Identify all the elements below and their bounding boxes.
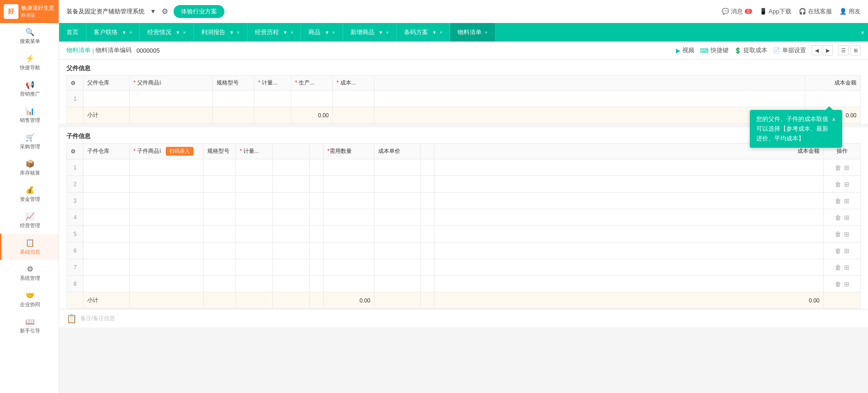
child-qty-cell-6[interactable] (324, 242, 374, 259)
child-spec-cell-7[interactable] (204, 259, 236, 276)
tab-products[interactable]: 商品 ▼ × (301, 23, 343, 42)
tab-bom-close[interactable]: × (484, 30, 487, 35)
child-amount-cell-2[interactable] (434, 176, 824, 193)
copy-icon-5[interactable]: ⊞ (844, 230, 850, 238)
child-unit-cost-cell-4[interactable] (374, 209, 421, 226)
parent-prod-cell[interactable] (291, 91, 333, 107)
tab-products-close[interactable]: × (332, 30, 335, 35)
nav-prev-btn[interactable]: ◀ (812, 45, 822, 55)
child-warehouse-cell-4[interactable] (84, 209, 130, 226)
action-cost[interactable]: 💲 提取成本 (734, 46, 767, 54)
list-view-btn[interactable]: ☰ (838, 45, 849, 55)
child-unit-cell-8[interactable] (236, 276, 273, 292)
child-spec-cell-8[interactable] (204, 276, 236, 292)
parent-product-cell[interactable] (130, 91, 213, 107)
child-unit-cost-cell-2[interactable] (374, 176, 421, 193)
sidebar-item-sales[interactable]: 📊 销售管理 (0, 102, 59, 128)
tab-barcode[interactable]: 条码方案 ▼ × (397, 23, 450, 42)
tab-profit[interactable]: 利润报告 ▼ × (194, 23, 247, 42)
action-shortcut[interactable]: ⌨ 快捷键 (700, 46, 729, 54)
delete-icon-4[interactable]: 🗑 (835, 214, 841, 221)
messages-action[interactable]: 💬 消息 6 (722, 7, 752, 16)
action-settings[interactable]: 📄 单据设置 (773, 46, 806, 54)
sidebar-item-basic-info[interactable]: 📋 基础信息 (0, 234, 59, 260)
action-video[interactable]: ▶ 视频 (676, 46, 694, 54)
child-amount-cell-4[interactable] (434, 209, 824, 226)
child-amount-cell-5[interactable] (434, 226, 824, 242)
child-warehouse-cell-7[interactable] (84, 259, 130, 276)
child-spec-cell-5[interactable] (204, 226, 236, 242)
grid-view-btn[interactable]: ⊞ (850, 45, 861, 55)
child-warehouse-cell-6[interactable] (84, 242, 130, 259)
child-warehouse-cell-8[interactable] (84, 276, 130, 292)
child-product-cell-1[interactable] (130, 159, 204, 176)
delete-icon-2[interactable]: 🗑 (835, 181, 841, 188)
breadcrumb-page[interactable]: 物料清单 (66, 46, 90, 54)
child-product-cell-7[interactable] (130, 259, 204, 276)
child-amount-cell-1[interactable] (434, 159, 824, 176)
tab-history-close[interactable]: × (290, 30, 293, 35)
child-spec-cell-1[interactable] (204, 159, 236, 176)
child-warehouse-cell-2[interactable] (84, 176, 130, 193)
child-qty-cell-7[interactable] (324, 259, 374, 276)
delete-icon-8[interactable]: 🗑 (835, 280, 841, 288)
child-amount-cell-8[interactable] (434, 276, 824, 292)
dropdown-arrow-icon[interactable]: ▼ (150, 8, 156, 15)
child-unit-cost-cell-5[interactable] (374, 226, 421, 242)
sidebar-item-inventory[interactable]: 📦 库存核算 (0, 155, 59, 181)
sidebar-item-search[interactable]: 🔍 搜索菜单 (0, 23, 59, 49)
parent-warehouse-cell[interactable] (84, 91, 130, 107)
child-qty-cell-4[interactable] (324, 209, 374, 226)
child-qty-cell-8[interactable] (324, 276, 374, 292)
delete-icon-3[interactable]: 🗑 (835, 197, 841, 205)
child-spec-cell-2[interactable] (204, 176, 236, 193)
parent-amount-cell[interactable] (805, 91, 861, 107)
child-product-cell-4[interactable] (130, 209, 204, 226)
tab-barcode-close[interactable]: × (440, 30, 442, 35)
child-product-cell-5[interactable] (130, 226, 204, 242)
child-unit-cell-4[interactable] (236, 209, 273, 226)
child-unit-cost-cell-8[interactable] (374, 276, 421, 292)
app-download-action[interactable]: 📱 App下载 (760, 7, 791, 16)
sidebar-item-purchase[interactable]: 🛒 采购管理 (0, 128, 59, 155)
child-spec-cell-6[interactable] (204, 242, 236, 259)
tab-customers-close[interactable]: × (129, 30, 132, 35)
online-service-action[interactable]: 🎧 在线客服 (799, 7, 832, 16)
delete-icon-7[interactable]: 🗑 (835, 264, 841, 271)
child-unit-cell-5[interactable] (236, 226, 273, 242)
sidebar-item-quick-nav[interactable]: ⚡ 快捷导航 (0, 49, 59, 76)
tab-operations[interactable]: 经营情况 ▼ × (140, 23, 193, 42)
tab-new-product-close[interactable]: × (386, 30, 389, 35)
child-qty-cell-5[interactable] (324, 226, 374, 242)
child-unit-cell-3[interactable] (236, 193, 273, 209)
nav-next-btn[interactable]: ▶ (823, 45, 833, 55)
parent-unit-cell[interactable] (254, 91, 291, 107)
copy-icon-2[interactable]: ⊞ (844, 181, 850, 188)
child-warehouse-cell-1[interactable] (84, 159, 130, 176)
child-amount-cell-6[interactable] (434, 242, 824, 259)
child-product-cell-3[interactable] (130, 193, 204, 209)
sidebar-item-finance[interactable]: 💰 资金管理 (0, 181, 59, 207)
copy-icon-4[interactable]: ⊞ (844, 214, 850, 221)
child-unit-cell-7[interactable] (236, 259, 273, 276)
sidebar-item-marketing[interactable]: 📢 营销推广 (0, 76, 59, 102)
sidebar-item-cooperation[interactable]: 🤝 企业协同 (0, 286, 59, 313)
tab-operations-close[interactable]: × (183, 30, 186, 35)
user-action[interactable]: 👤 用友 (839, 7, 861, 16)
child-unit-cell-2[interactable] (236, 176, 273, 193)
parent-cost-cell[interactable] (333, 91, 374, 107)
child-qty-cell-2[interactable] (324, 176, 374, 193)
child-product-cell-8[interactable] (130, 276, 204, 292)
sidebar-item-system[interactable]: ⚙ 系统管理 (0, 260, 59, 286)
copy-icon-1[interactable]: ⊞ (844, 164, 850, 171)
scan-button[interactable]: 扫码录入 (166, 147, 193, 156)
child-product-cell-2[interactable] (130, 176, 204, 193)
copy-icon-7[interactable]: ⊞ (844, 264, 850, 271)
parent-col-settings[interactable]: ⚙ (67, 76, 84, 91)
child-qty-cell-1[interactable] (324, 159, 374, 176)
child-spec-cell-3[interactable] (204, 193, 236, 209)
child-warehouse-cell-5[interactable] (84, 226, 130, 242)
tab-customers[interactable]: 客户联络 ▼ × (86, 23, 140, 42)
tab-profit-close[interactable]: × (237, 30, 240, 35)
child-qty-cell-3[interactable] (324, 193, 374, 209)
